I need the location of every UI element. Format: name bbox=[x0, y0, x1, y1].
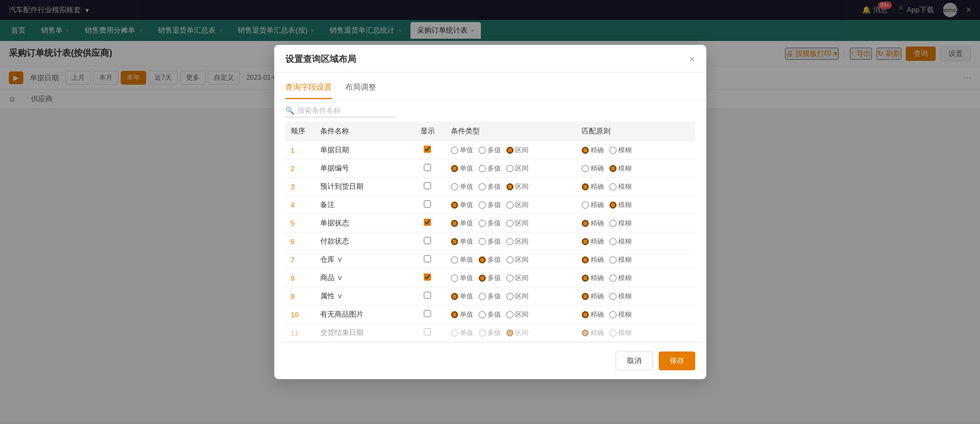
save-btn[interactable]: 保存 bbox=[659, 351, 695, 370]
match-option-精确-5[interactable]: 精确 bbox=[582, 237, 604, 246]
type-radio-单值-8[interactable] bbox=[451, 293, 458, 300]
match-radio-模糊-8[interactable] bbox=[609, 293, 617, 300]
row-show-8[interactable] bbox=[410, 287, 445, 306]
type-radio-多值-0[interactable] bbox=[479, 147, 486, 154]
match-radio-模糊-1[interactable] bbox=[609, 165, 617, 172]
match-option-精确-2[interactable]: 精确 bbox=[582, 182, 604, 192]
type-option-区间-7[interactable]: 区间 bbox=[506, 273, 529, 283]
type-radio-区间-9[interactable] bbox=[506, 311, 514, 318]
match-option-模糊-9[interactable]: 模糊 bbox=[609, 310, 632, 319]
type-option-区间-2[interactable]: 区间 bbox=[506, 182, 529, 192]
type-radio-单值-2[interactable] bbox=[451, 183, 458, 190]
match-option-模糊-7[interactable]: 模糊 bbox=[609, 273, 632, 283]
match-radio-模糊-5[interactable] bbox=[609, 238, 617, 245]
row-show-6[interactable] bbox=[410, 251, 445, 269]
match-option-精确-0[interactable]: 精确 bbox=[582, 146, 604, 155]
type-option-多值-3[interactable]: 多值 bbox=[479, 200, 501, 210]
type-option-多值-2[interactable]: 多值 bbox=[479, 182, 501, 192]
type-option-区间-3[interactable]: 区间 bbox=[506, 200, 529, 210]
type-radio-单值-1[interactable] bbox=[451, 165, 458, 172]
match-radio-模糊-0[interactable] bbox=[609, 147, 617, 154]
type-radio-单值-9[interactable] bbox=[451, 311, 458, 318]
type-radio-单值-7[interactable] bbox=[451, 275, 458, 282]
row-show-checkbox-9[interactable] bbox=[424, 310, 431, 317]
type-option-区间-0[interactable]: 区间 bbox=[506, 146, 529, 155]
match-radio-模糊-4[interactable] bbox=[609, 220, 617, 227]
type-radio-多值-5[interactable] bbox=[479, 238, 486, 245]
type-option-多值-6[interactable]: 多值 bbox=[479, 255, 501, 265]
type-option-单值-10[interactable]: 单值 bbox=[451, 328, 473, 338]
match-option-精确-3[interactable]: 精确 bbox=[582, 200, 604, 210]
type-option-多值-4[interactable]: 多值 bbox=[479, 219, 501, 228]
match-radio-模糊-9[interactable] bbox=[609, 311, 617, 318]
row-show-1[interactable] bbox=[410, 159, 445, 178]
row-show-9[interactable] bbox=[410, 306, 445, 324]
row-show-checkbox-2[interactable] bbox=[424, 182, 431, 189]
type-option-多值-7[interactable]: 多值 bbox=[479, 273, 501, 283]
row-show-5[interactable] bbox=[410, 232, 445, 251]
tab-layout[interactable]: 布局调整 bbox=[345, 79, 376, 99]
type-radio-区间-1[interactable] bbox=[506, 165, 514, 172]
row-show-2[interactable] bbox=[410, 178, 445, 196]
match-option-精确-1[interactable]: 精确 bbox=[582, 164, 604, 173]
match-radio-模糊-6[interactable] bbox=[609, 256, 617, 263]
type-option-多值-0[interactable]: 多值 bbox=[479, 146, 501, 155]
type-radio-多值-8[interactable] bbox=[479, 293, 486, 300]
type-radio-区间-10[interactable] bbox=[506, 329, 514, 337]
row-show-checkbox-3[interactable] bbox=[424, 200, 431, 208]
row-show-checkbox-5[interactable] bbox=[424, 237, 431, 244]
type-radio-多值-1[interactable] bbox=[479, 165, 486, 172]
match-option-精确-6[interactable]: 精确 bbox=[582, 255, 604, 265]
search-input[interactable] bbox=[297, 106, 386, 115]
match-radio-精确-4[interactable] bbox=[582, 220, 589, 227]
match-radio-精确-0[interactable] bbox=[582, 147, 589, 154]
match-option-模糊-4[interactable]: 模糊 bbox=[609, 219, 632, 228]
type-radio-区间-2[interactable] bbox=[506, 183, 514, 190]
type-option-单值-5[interactable]: 单值 bbox=[451, 237, 473, 246]
row-show-0[interactable] bbox=[410, 141, 445, 159]
type-option-单值-8[interactable]: 单值 bbox=[451, 292, 473, 301]
row-show-checkbox-0[interactable] bbox=[424, 146, 431, 153]
match-radio-模糊-3[interactable] bbox=[609, 201, 617, 209]
type-option-多值-10[interactable]: 多值 bbox=[479, 328, 501, 338]
type-radio-单值-3[interactable] bbox=[451, 201, 458, 209]
type-radio-区间-8[interactable] bbox=[506, 293, 514, 300]
type-option-多值-5[interactable]: 多值 bbox=[479, 237, 501, 246]
type-option-区间-6[interactable]: 区间 bbox=[506, 255, 529, 265]
type-option-区间-9[interactable]: 区间 bbox=[506, 310, 529, 319]
row-show-checkbox-4[interactable] bbox=[424, 219, 431, 226]
type-radio-区间-0[interactable] bbox=[506, 147, 514, 154]
type-radio-多值-9[interactable] bbox=[479, 311, 486, 318]
match-radio-精确-10[interactable] bbox=[582, 329, 589, 337]
type-option-区间-8[interactable]: 区间 bbox=[506, 292, 529, 301]
row-show-3[interactable] bbox=[410, 196, 445, 214]
match-option-模糊-1[interactable]: 模糊 bbox=[609, 164, 632, 173]
match-radio-模糊-10[interactable] bbox=[609, 329, 617, 337]
match-radio-精确-8[interactable] bbox=[582, 293, 589, 300]
type-radio-单值-4[interactable] bbox=[451, 220, 458, 227]
match-radio-精确-2[interactable] bbox=[582, 183, 589, 190]
type-radio-单值-10[interactable] bbox=[451, 329, 458, 337]
row-show-checkbox-8[interactable] bbox=[424, 292, 431, 299]
match-radio-精确-7[interactable] bbox=[582, 275, 589, 282]
type-option-单值-7[interactable]: 单值 bbox=[451, 273, 473, 283]
match-radio-精确-6[interactable] bbox=[582, 256, 589, 263]
type-radio-区间-3[interactable] bbox=[506, 201, 514, 209]
type-radio-多值-4[interactable] bbox=[479, 220, 486, 227]
row-show-checkbox-10[interactable] bbox=[424, 328, 431, 335]
type-option-多值-1[interactable]: 多值 bbox=[479, 164, 501, 173]
match-option-模糊-6[interactable]: 模糊 bbox=[609, 255, 632, 265]
type-option-区间-5[interactable]: 区间 bbox=[506, 237, 529, 246]
type-radio-多值-7[interactable] bbox=[479, 275, 486, 282]
tab-query-fields[interactable]: 查询字段设置 bbox=[285, 79, 332, 99]
type-radio-区间-7[interactable] bbox=[506, 275, 514, 282]
type-option-单值-4[interactable]: 单值 bbox=[451, 219, 473, 228]
type-option-单值-6[interactable]: 单值 bbox=[451, 255, 473, 265]
match-option-精确-10[interactable]: 精确 bbox=[582, 328, 604, 338]
cancel-btn[interactable]: 取消 bbox=[615, 351, 653, 370]
match-radio-精确-9[interactable] bbox=[582, 311, 589, 318]
match-radio-精确-3[interactable] bbox=[582, 201, 589, 209]
match-option-精确-9[interactable]: 精确 bbox=[582, 310, 604, 319]
match-option-模糊-10[interactable]: 模糊 bbox=[609, 328, 632, 338]
row-show-checkbox-6[interactable] bbox=[424, 255, 431, 262]
